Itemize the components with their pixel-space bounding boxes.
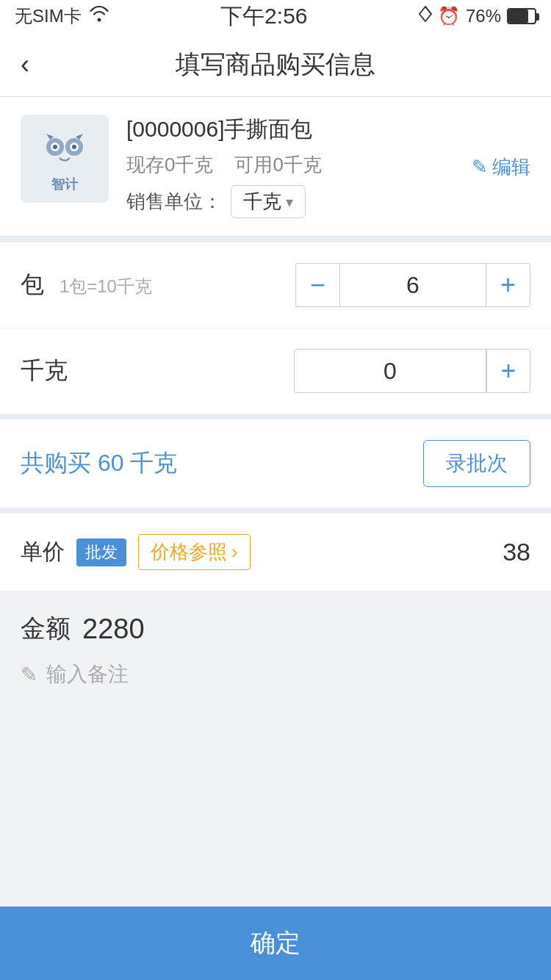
kg-increment-button[interactable]: + — [486, 349, 530, 393]
summary-quantity: 60 — [98, 450, 124, 476]
amount-section: 金额 2280 ✎ 输入备注 — [0, 591, 551, 700]
summary-prefix: 共购买 — [21, 450, 98, 476]
remark-placeholder: 输入备注 — [46, 660, 129, 688]
price-batch-tag: 批发 — [76, 538, 126, 566]
edit-label: 编辑 — [492, 154, 530, 180]
svg-point-5 — [72, 145, 76, 149]
edit-icon: ✎ — [472, 156, 488, 179]
price-ref-arrow-icon: › — [231, 541, 238, 563]
price-value: 38 — [503, 538, 530, 566]
remark-row[interactable]: ✎ 输入备注 — [21, 660, 530, 688]
confirm-bar[interactable]: 确定 — [0, 907, 551, 980]
price-reference-button[interactable]: 价格参照 › — [138, 534, 251, 570]
product-thumbnail: 智计 — [21, 115, 109, 203]
product-name: [0000006]手撕面包 — [126, 115, 530, 145]
nav-bar: ‹ 填写商品购买信息 — [0, 32, 551, 97]
page-title: 填写商品购买信息 — [176, 48, 375, 82]
summary-unit: 千克 — [130, 450, 177, 476]
unit-selector[interactable]: 千克 ▾ — [231, 185, 306, 218]
bag-hint: 1包=10千克 — [60, 276, 152, 296]
kg-quantity-input[interactable] — [294, 349, 486, 393]
status-bar: 无SIM卡 下午2:56 ⏰ 76% — [0, 0, 551, 32]
battery-percent: 76% — [466, 6, 501, 26]
wifi-icon — [89, 6, 109, 26]
amount-value: 2280 — [82, 613, 145, 645]
status-right: ⏰ 76% — [419, 6, 536, 26]
product-unit-row: 销售单位： 千克 ▾ — [126, 185, 530, 218]
amount-row: 金额 2280 — [21, 612, 530, 646]
unit-arrow-icon: ▾ — [286, 193, 293, 211]
logo-text: 智计 — [39, 176, 90, 193]
status-left: 无SIM卡 — [15, 4, 109, 28]
bag-label: 包 1包=10千克 — [21, 269, 295, 301]
page-filler — [0, 700, 551, 920]
remark-icon: ✎ — [21, 663, 37, 687]
price-label: 单价 — [21, 537, 65, 567]
price-ref-label: 价格参照 — [151, 539, 227, 565]
product-info: [0000006]手撕面包 现存0千克 可用0千克 销售单位： 千克 ▾ — [126, 115, 530, 218]
product-logo: 智计 — [39, 125, 90, 193]
alarm-icon: ⏰ — [438, 6, 460, 26]
price-section: 单价 批发 价格参照 › 38 — [0, 514, 551, 591]
bag-quantity-row: 包 1包=10千克 − + — [0, 242, 551, 328]
unit-label: 销售单位： — [126, 189, 222, 215]
bag-quantity-input[interactable] — [339, 263, 486, 307]
kg-qty-controls: + — [294, 349, 530, 393]
confirm-button[interactable]: 确定 — [251, 926, 300, 960]
summary-row: 共购买 60 千克 录批次 — [0, 419, 551, 514]
bag-decrement-button[interactable]: − — [295, 263, 339, 307]
battery-icon — [507, 8, 536, 24]
edit-button[interactable]: ✎ 编辑 — [472, 154, 530, 180]
status-time: 下午2:56 — [220, 1, 307, 32]
kg-quantity-row: 千克 + — [0, 328, 551, 419]
product-stock: 现存0千克 可用0千克 — [126, 152, 530, 178]
unit-value: 千克 — [243, 189, 281, 215]
available-label: 可用0千克 — [234, 154, 321, 176]
bag-increment-button[interactable]: + — [486, 263, 530, 307]
carrier-label: 无SIM卡 — [15, 4, 82, 28]
bag-qty-controls: − + — [295, 263, 530, 307]
stock-label: 现存0千克 — [126, 154, 213, 176]
kg-label: 千克 — [21, 355, 294, 387]
product-card: 智计 [0000006]手撕面包 现存0千克 可用0千克 销售单位： 千克 ▾ — [0, 97, 551, 237]
location-icon — [419, 6, 432, 26]
record-batch-button[interactable]: 录批次 — [423, 440, 530, 487]
back-button[interactable]: ‹ — [21, 49, 29, 80]
summary-text: 共购买 60 千克 — [21, 447, 423, 480]
product-card-wrapper: 智计 [0000006]手撕面包 现存0千克 可用0千克 销售单位： 千克 ▾ — [0, 97, 551, 242]
amount-label: 金额 — [21, 612, 71, 646]
svg-point-4 — [53, 145, 57, 149]
